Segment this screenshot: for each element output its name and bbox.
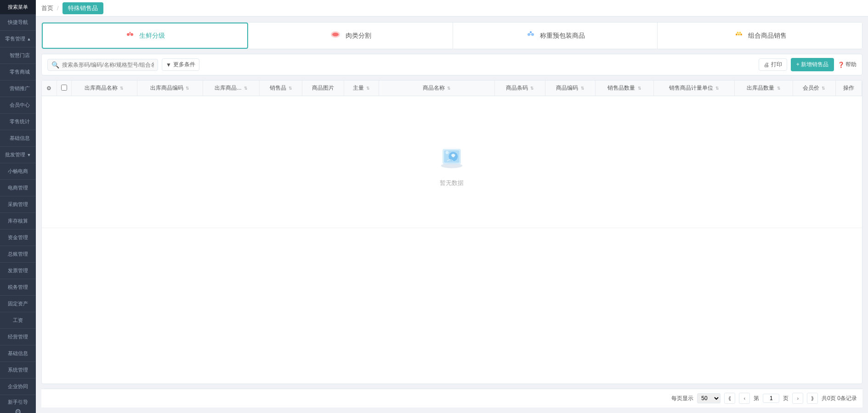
th-product-image[interactable]: 商品图片 bbox=[302, 80, 344, 96]
sidebar-item-general-ledger[interactable]: 总账管理 bbox=[0, 246, 36, 263]
th-out-product-spec[interactable]: 出库商品... ⇅ bbox=[203, 80, 260, 96]
main-content: 首页 / 特殊销售品 生鲜分级 bbox=[36, 0, 868, 413]
next-page-button[interactable]: › bbox=[792, 393, 803, 404]
sidebar-logo[interactable]: 搜索菜单 bbox=[0, 0, 36, 14]
sidebar-item-wholesale-mgmt[interactable]: 批发管理 ▼ bbox=[0, 147, 36, 163]
toolbar-left: 🔍 ▼ 更多条件 bbox=[47, 58, 199, 71]
gear-icon: ⚙ bbox=[46, 85, 51, 92]
sort-icon: ⇅ bbox=[244, 86, 248, 91]
th-out-product-code[interactable]: 出库商品编码 ⇅ bbox=[137, 80, 203, 96]
page-size-select[interactable]: 50 10 20 100 bbox=[697, 393, 720, 403]
top-nav: 首页 / 特殊销售品 bbox=[36, 0, 868, 17]
svg-point-15 bbox=[738, 34, 740, 35]
sort-icon: ⇅ bbox=[366, 86, 370, 91]
sidebar-item-purchase-mgmt[interactable]: 采购管理 bbox=[0, 196, 36, 213]
svg-point-18 bbox=[739, 32, 741, 34]
cat-tab-meat-cut[interactable]: 肉类分割 bbox=[248, 23, 453, 49]
category-tabs: 生鲜分级 肉类分割 bbox=[41, 22, 862, 49]
sidebar-item-inventory[interactable]: 库存核算 bbox=[0, 213, 36, 229]
combo-sale-icon bbox=[733, 29, 744, 42]
th-out-qty[interactable]: 出库品数量 ⇅ bbox=[735, 80, 793, 96]
add-sale-product-button[interactable]: + 新增销售品 bbox=[791, 58, 834, 71]
sort-icon: ⇅ bbox=[638, 86, 641, 91]
pagination: 每页显示 50 10 20 100 ⟪ ‹ 第 页 › ⟫ 共0页 0条记录 bbox=[41, 389, 862, 407]
sidebar-item-retail-mall[interactable]: 零售商城 bbox=[0, 64, 36, 80]
nav-tab-active[interactable]: 特殊销售品 bbox=[62, 2, 103, 14]
sidebar-item-ecom-mgmt[interactable]: 电商管理 bbox=[0, 180, 36, 196]
cat-tab-meat-cut-label: 肉类分割 bbox=[346, 32, 371, 40]
empty-state-icon bbox=[433, 137, 470, 173]
th-sale-product[interactable]: 销售品 ⇅ bbox=[260, 80, 302, 96]
data-table: ⚙ 出库商品名称 ⇅ 出库商品编码 ⇅ bbox=[42, 80, 862, 228]
help-icon: ❓ bbox=[838, 62, 845, 68]
page-label: 第 bbox=[754, 395, 759, 402]
sidebar-item-ops-mgmt[interactable]: 经营管理 bbox=[0, 329, 36, 345]
toolbar-right: 🖨 打印 + 新增销售品 ❓ 帮助 bbox=[759, 58, 857, 71]
sort-icon: ⇅ bbox=[777, 86, 781, 91]
sort-icon: ⇅ bbox=[120, 86, 124, 91]
sidebar-new-guide[interactable]: 新手引导 ⚙ bbox=[0, 395, 36, 413]
sort-icon: ⇅ bbox=[447, 86, 451, 91]
sidebar-item-retail-mgmt[interactable]: 零售管理 ▲ bbox=[0, 31, 36, 47]
sidebar-item-basic-info2[interactable]: 基础信息 bbox=[0, 345, 36, 362]
sort-icon: ⇅ bbox=[822, 86, 825, 91]
th-barcode[interactable]: 商品条码 ⇅ bbox=[495, 80, 545, 96]
th-gear[interactable]: ⚙ bbox=[42, 80, 57, 96]
sidebar-item-mini-ecom[interactable]: 小畅电商 bbox=[0, 163, 36, 180]
fresh-grade-icon bbox=[125, 29, 136, 42]
prev-page-button[interactable]: ‹ bbox=[739, 393, 750, 404]
svg-point-17 bbox=[737, 32, 738, 34]
search-box[interactable]: 🔍 bbox=[47, 59, 158, 71]
sort-icon: ⇅ bbox=[715, 86, 719, 91]
page-input[interactable] bbox=[763, 394, 779, 403]
meat-cut-icon bbox=[329, 29, 342, 42]
sidebar-item-fixed-assets[interactable]: 固定资产 bbox=[0, 296, 36, 312]
empty-state: 暂无数据 bbox=[45, 100, 858, 224]
chevron-icon: ▲ bbox=[27, 37, 31, 41]
sidebar-item-member-center[interactable]: 会员中心 bbox=[0, 97, 36, 114]
th-sale-qty[interactable]: 销售品数量 ⇅ bbox=[596, 80, 653, 96]
empty-state-cell: 暂无数据 bbox=[42, 96, 862, 228]
page-label-2: 页 bbox=[783, 395, 789, 402]
help-button[interactable]: ❓ 帮助 bbox=[838, 61, 857, 69]
cat-tab-combo-sale[interactable]: 组合商品销售 bbox=[658, 23, 862, 49]
th-out-product-name[interactable]: 出库商品名称 ⇅ bbox=[71, 80, 137, 96]
sidebar-item-quick-nav[interactable]: 快捷导航 bbox=[0, 14, 36, 31]
th-weight[interactable]: 主量 ⇅ bbox=[344, 80, 379, 96]
toolbar: 🔍 ▼ 更多条件 🖨 打印 + 新增销售品 ❓ 帮助 bbox=[41, 54, 862, 75]
sidebar-item-retail-stats[interactable]: 零售统计 bbox=[0, 114, 36, 130]
th-member-price[interactable]: 会员价 ⇅ bbox=[793, 80, 835, 96]
sidebar: 搜索菜单 快捷导航 零售管理 ▲ 智慧门店 零售商城 营销推广 会员中心 零售统… bbox=[0, 0, 36, 413]
th-sale-unit[interactable]: 销售商品计量单位 ⇅ bbox=[653, 80, 735, 96]
search-icon: 🔍 bbox=[51, 61, 59, 69]
sort-icon: ⇅ bbox=[530, 86, 534, 91]
total-info: 共0页 0条记录 bbox=[822, 395, 857, 402]
sidebar-item-salary[interactable]: 工资 bbox=[0, 312, 36, 329]
sidebar-item-marketing[interactable]: 营销推广 bbox=[0, 80, 36, 97]
sidebar-item-invoice-mgmt[interactable]: 发票管理 bbox=[0, 263, 36, 279]
sidebar-item-tax-mgmt[interactable]: 税务管理 bbox=[0, 279, 36, 296]
th-product-name[interactable]: 商品名称 ⇅ bbox=[379, 80, 495, 96]
first-page-button[interactable]: ⟪ bbox=[724, 393, 735, 404]
sidebar-item-finance[interactable]: 资金管理 bbox=[0, 229, 36, 246]
filter-button[interactable]: ▼ 更多条件 bbox=[162, 58, 199, 71]
sidebar-item-basic-info[interactable]: 基础信息 bbox=[0, 130, 36, 147]
search-input[interactable] bbox=[62, 62, 154, 68]
cat-tab-fresh-grade[interactable]: 生鲜分级 bbox=[42, 23, 248, 49]
select-all-checkbox[interactable] bbox=[61, 85, 67, 91]
sidebar-item-sys-mgmt[interactable]: 系统管理 bbox=[0, 362, 36, 379]
svg-point-7 bbox=[332, 33, 339, 36]
th-check[interactable] bbox=[57, 80, 71, 96]
table-header-row: ⚙ 出库商品名称 ⇅ 出库商品编码 ⇅ bbox=[42, 80, 862, 96]
nav-home[interactable]: 首页 bbox=[41, 4, 53, 12]
svg-point-16 bbox=[740, 34, 742, 35]
svg-point-23 bbox=[446, 151, 449, 154]
cat-tab-weight-pack[interactable]: 称重预包装商品 bbox=[453, 23, 658, 49]
th-product-code[interactable]: 商品编码 ⇅ bbox=[545, 80, 596, 96]
last-page-button[interactable]: ⟫ bbox=[807, 393, 818, 404]
sidebar-item-smart-store[interactable]: 智慧门店 bbox=[0, 47, 36, 64]
cat-tab-weight-pack-label: 称重预包装商品 bbox=[540, 32, 585, 40]
print-button[interactable]: 🖨 打印 bbox=[759, 58, 787, 71]
sidebar-item-enterprise[interactable]: 企业协同 bbox=[0, 379, 36, 395]
sort-icon: ⇅ bbox=[289, 86, 292, 91]
